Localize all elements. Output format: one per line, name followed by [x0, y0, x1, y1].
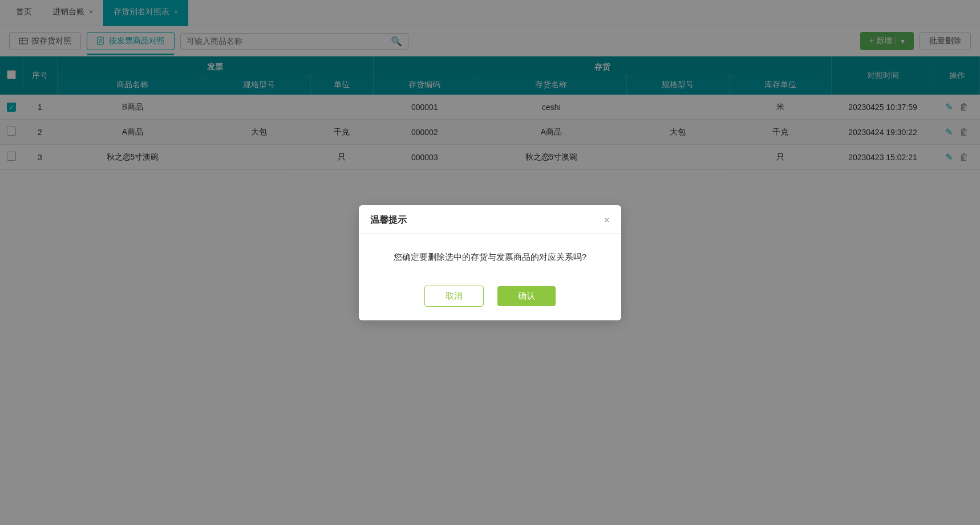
- dialog-message: 您确定要删除选中的存货与发票商品的对应关系吗?: [394, 252, 586, 262]
- confirm-button[interactable]: 确认: [497, 286, 556, 306]
- dialog-close-button[interactable]: ×: [604, 215, 610, 225]
- confirm-dialog: 温馨提示 × 您确定要删除选中的存货与发票商品的对应关系吗? 取消 确认: [359, 205, 621, 320]
- dialog-footer: 取消 确认: [359, 276, 621, 320]
- dialog-title: 温馨提示: [370, 214, 407, 226]
- cancel-button[interactable]: 取消: [424, 286, 484, 307]
- dialog-header: 温馨提示 ×: [359, 205, 621, 234]
- dialog-body: 您确定要删除选中的存货与发票商品的对应关系吗?: [359, 234, 621, 276]
- modal-overlay: 温馨提示 × 您确定要删除选中的存货与发票商品的对应关系吗? 取消 确认: [0, 0, 980, 525]
